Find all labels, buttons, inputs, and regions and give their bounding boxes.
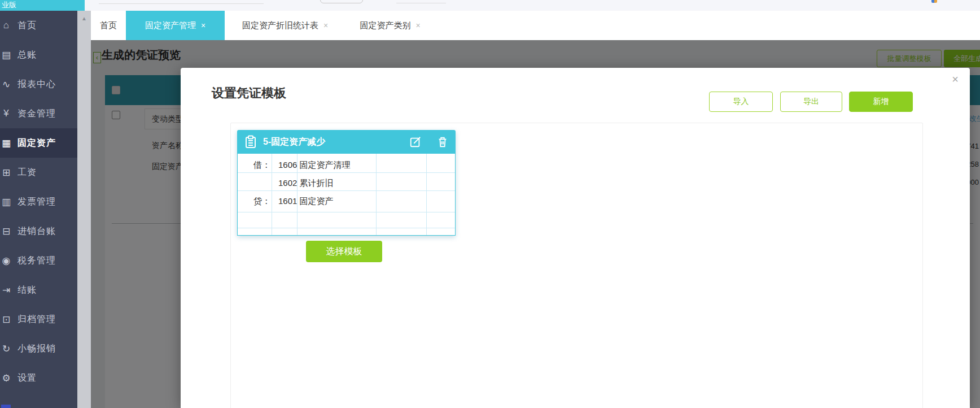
tab-label: 固定资产管理	[145, 20, 196, 31]
grid-line	[238, 228, 455, 228]
debit-label: 借：	[242, 160, 270, 171]
toolbar-fragment-line	[99, 3, 264, 4]
grid-line	[426, 154, 427, 235]
reimburse-icon: ↻	[1, 343, 11, 355]
calculator-icon: ⊞	[1, 167, 11, 179]
archive-icon: ⊡	[1, 314, 11, 325]
sidebar-item-label: 资金管理	[18, 108, 56, 120]
sidebar-bottom-fragment	[1, 405, 11, 408]
tab-fixed-asset-management[interactable]: 固定资产管理 ×	[126, 11, 225, 40]
sidebar-item-report-center[interactable]: ∿ 报表中心	[0, 70, 77, 99]
sidebar-item-general-ledger[interactable]: ▤ 总账	[0, 40, 77, 70]
sidebar-item-payroll[interactable]: ⊞ 工资	[0, 158, 77, 187]
tab-close-icon[interactable]: ×	[201, 21, 205, 30]
template-name: 5-固定资产减少	[263, 136, 409, 148]
tab-home[interactable]: 首页	[91, 11, 126, 40]
tab-label: 固定资产类别	[360, 20, 410, 31]
tab-close-icon[interactable]: ×	[415, 21, 420, 30]
tab-depreciation-report[interactable]: 固定资产折旧统计表 ×	[225, 11, 345, 40]
edit-icon[interactable]	[409, 136, 422, 148]
sidebar-item-settings[interactable]: ⚙ 设置	[0, 363, 77, 393]
grid-line	[376, 154, 377, 235]
template-card-grid: 借： 1606 固定资产清理 1602 累计折旧 贷： 1601 固定资产	[237, 154, 456, 236]
sidebar-item-label: 报表中心	[18, 79, 56, 90]
sidebar-item-label: 首页	[18, 20, 37, 32]
grid-line	[238, 190, 455, 191]
money-icon: ¥	[1, 108, 11, 119]
home-icon: ⌂	[1, 20, 11, 31]
inventory-icon: ⊟	[1, 225, 11, 237]
grid-line	[272, 154, 272, 235]
sidebar: ⌂ 首页 ▤ 总账 ∿ 报表中心 ¥ 资金管理 ▦ 固定资产 ⊞ 工资 ▥ 发票…	[0, 11, 77, 408]
chart-icon: ∿	[1, 79, 11, 90]
user-icon	[931, 0, 937, 3]
sidebar-item-invoices[interactable]: ▥ 发票管理	[0, 187, 77, 216]
credit-label: 贷：	[242, 196, 270, 207]
sidebar-item-home[interactable]: ⌂ 首页	[0, 11, 77, 40]
grid-line	[238, 172, 455, 173]
sidebar-item-label: 进销台账	[18, 225, 56, 237]
select-template-button[interactable]: 选择模板	[306, 241, 382, 262]
sidebar-item-label: 税务管理	[18, 255, 56, 267]
account-entry: 1602 累计折旧	[278, 178, 334, 189]
tab-label: 固定资产折旧统计表	[242, 20, 318, 31]
trash-icon[interactable]	[436, 136, 449, 148]
account-entry: 1606 固定资产清理	[278, 160, 351, 171]
brand-logo: 业版	[0, 0, 85, 11]
clipboard-icon	[244, 135, 257, 149]
sidebar-item-label: 设置	[18, 372, 37, 384]
sidebar-item-tax[interactable]: ◉ 税务管理	[0, 246, 77, 275]
sidebar-item-archive[interactable]: ⊡ 归档管理	[0, 305, 77, 334]
tab-bar: 首页 固定资产管理 × 固定资产折旧统计表 × 固定资产类别 ×	[91, 11, 980, 40]
invoice-icon: ▥	[1, 196, 11, 208]
sidebar-item-label: 小畅报销	[18, 343, 56, 355]
tab-close-icon[interactable]: ×	[323, 21, 328, 30]
export-button[interactable]: 导出	[780, 92, 842, 112]
tab-asset-category[interactable]: 固定资产类别 ×	[345, 11, 435, 40]
account-entry: 1601 固定资产	[278, 196, 334, 207]
voucher-template-card[interactable]: 5-固定资产减少 借：	[237, 130, 456, 236]
sidebar-item-label: 结账	[18, 284, 37, 296]
tab-label: 首页	[100, 20, 117, 31]
search-box-fragment	[320, 0, 363, 3]
scroll-up-icon[interactable]: ▲	[77, 15, 91, 21]
top-strip: 业版	[0, 0, 980, 11]
toolbar-fragment-line	[396, 3, 446, 3]
ledger-icon: ▤	[1, 49, 11, 61]
sidebar-item-label: 归档管理	[18, 314, 56, 325]
sidebar-item-inventory-ledger[interactable]: ⊟ 进销台账	[0, 216, 77, 246]
close-icon[interactable]: ×	[952, 73, 959, 85]
building-icon: ▦	[1, 137, 11, 149]
closing-icon: ⇥	[1, 284, 11, 296]
grid-line	[238, 212, 455, 212]
gear-icon: ⚙	[1, 372, 11, 384]
import-button[interactable]: 导入	[709, 92, 773, 112]
sidebar-item-label: 总账	[18, 49, 37, 61]
sidebar-scrollbar[interactable]: ▲	[77, 11, 91, 408]
sidebar-item-label: 固定资产	[18, 137, 56, 149]
sidebar-item-fixed-assets[interactable]: ▦ 固定资产	[0, 128, 77, 158]
sidebar-item-label: 工资	[18, 167, 37, 179]
tax-icon: ◉	[1, 255, 11, 267]
app-window: 业版 ⌂ 首页 ▤ 总账 ∿ 报表中心 ¥ 资金管理 ▦ 固定资产 ⊞ 工资 ▥…	[0, 0, 980, 408]
sidebar-item-expense[interactable]: ↻ 小畅报销	[0, 334, 77, 363]
dialog-title: 设置凭证模板	[212, 85, 286, 102]
sidebar-item-funds[interactable]: ¥ 资金管理	[0, 99, 77, 128]
template-card-header: 5-固定资产减少	[237, 130, 456, 154]
voucher-template-dialog: × 设置凭证模板 导入 导出 新增 5-固定资产减少	[181, 68, 970, 408]
add-button[interactable]: 新增	[849, 92, 913, 112]
sidebar-item-label: 发票管理	[18, 196, 56, 208]
brand-logo-text: 业版	[2, 1, 16, 9]
sidebar-item-closing[interactable]: ⇥ 结账	[0, 275, 77, 305]
